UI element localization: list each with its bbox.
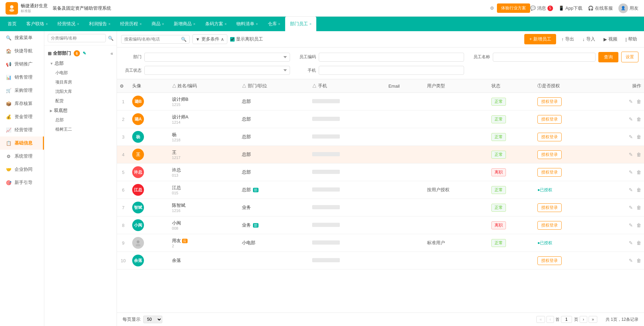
delete-btn[interactable]: 🗑 [636, 205, 641, 210]
nav-item-商品[interactable]: 商品 × [147, 17, 169, 31]
sidebar-item-经营管理[interactable]: 📈经营管理 [0, 123, 44, 136]
nav-close-icon[interactable]: × [309, 22, 311, 26]
nav-item-部门员工[interactable]: 部门员工 × [285, 17, 316, 31]
nav-close-icon[interactable]: × [278, 22, 280, 26]
auth-login-btn[interactable]: 授权登录 [537, 133, 562, 141]
add-employee-btn[interactable]: + 新增员工 [524, 34, 556, 44]
delete-btn[interactable]: 🗑 [636, 258, 641, 263]
export-btn[interactable]: ↑ 导出 [559, 35, 577, 44]
emp-status-select[interactable] [144, 66, 290, 75]
sidebar-item-采购管理[interactable]: 🛒采购管理 [0, 84, 44, 97]
delete-btn[interactable]: 🗑 [636, 169, 641, 175]
sidebar-item-库存核算[interactable]: 📦库存核算 [0, 97, 44, 110]
nav-close-icon[interactable]: × [162, 22, 164, 26]
page-input[interactable] [561, 316, 572, 323]
edit-btn[interactable]: ✎ [629, 258, 633, 263]
dept-search-input[interactable] [48, 34, 106, 42]
online-service-btn[interactable]: 🎧 在线客服 [588, 5, 613, 11]
phone-input[interactable] [319, 66, 464, 75]
all-dept-header[interactable]: ⊞ 全部部门 6 ✎ « [44, 48, 117, 59]
nav-close-icon[interactable]: × [225, 22, 227, 26]
nav-close-icon[interactable]: × [77, 22, 79, 26]
nav-close-icon[interactable]: × [108, 22, 110, 26]
edit-btn[interactable]: ✎ [629, 187, 633, 193]
auth-login-btn[interactable]: 授权登录 [537, 221, 562, 230]
search-input[interactable] [124, 37, 180, 42]
dept-group-title-zongbu[interactable]: ▼ 总部 [44, 59, 117, 68]
nav-item-首页[interactable]: 首页 [3, 17, 21, 31]
dept-leaf-peihuo[interactable]: 配货 [44, 96, 117, 106]
delete-btn[interactable]: 🗑 [636, 99, 641, 104]
show-resign-checkbox[interactable] [230, 37, 235, 42]
next-page-btn[interactable]: › [580, 316, 587, 323]
dept-leaf-zhishuwanger[interactable]: 植树王二 [44, 125, 117, 134]
sidebar-item-快捷导航[interactable]: 🏠快捷导航 [0, 44, 44, 58]
sidebar-item-企业协同[interactable]: 🤝企业协同 [0, 163, 44, 176]
col-phone[interactable]: △ 手机 [309, 79, 386, 93]
query-btn[interactable]: 查询 [598, 52, 618, 62]
page-size-select[interactable]: 50 10 20 100 [143, 316, 162, 323]
edit-btn[interactable]: ✎ [629, 205, 633, 210]
dept-group-title-shuangdixiang[interactable]: ▶ 双底想 [44, 106, 117, 115]
col-settings[interactable]: ⚙ [117, 79, 129, 93]
collapse-icon[interactable]: « [110, 51, 113, 56]
dept-select[interactable] [144, 53, 290, 62]
edit-btn[interactable]: ✎ [629, 240, 633, 246]
emp-name-input[interactable] [493, 53, 596, 62]
nav-item-经营情况[interactable]: 经营情况 × [53, 17, 84, 31]
delete-btn[interactable]: 🗑 [636, 222, 641, 228]
edit-btn[interactable]: ✎ [629, 116, 633, 122]
first-page-btn[interactable]: « [536, 316, 545, 323]
nav-close-icon[interactable]: × [193, 22, 195, 26]
nav-close-icon[interactable]: × [256, 22, 258, 26]
nav-item-新增商品[interactable]: 新增商品 × [169, 17, 200, 31]
search-icon[interactable]: 🔍 [181, 37, 187, 42]
prev-page-btn[interactable]: ‹ [546, 316, 554, 323]
sidebar-item-基础信息[interactable]: 📋基础信息 [0, 136, 44, 150]
user-area[interactable]: 👤 用友 [618, 3, 638, 13]
edit-dept-icon[interactable]: ✎ [83, 51, 86, 56]
col-dept[interactable]: △ 部门/职位 [239, 79, 309, 93]
edit-btn[interactable]: ✎ [629, 169, 633, 175]
delete-btn[interactable]: 🗑 [636, 187, 641, 193]
dept-search-icon[interactable]: 🔍 [108, 36, 114, 41]
sidebar-item-销售管理[interactable]: 📊销售管理 [0, 71, 44, 84]
dept-leaf-zongbu[interactable]: 总部 [44, 115, 117, 125]
gear-button[interactable]: ⚙ [490, 6, 494, 11]
sidebar-item-资金管理[interactable]: 💰资金管理 [0, 110, 44, 123]
auth-login-btn[interactable]: 授权登录 [537, 168, 562, 177]
edit-btn[interactable]: ✎ [629, 152, 633, 157]
auth-login-btn[interactable]: 授权登录 [537, 115, 562, 124]
reset-btn[interactable]: 设置 [621, 52, 638, 62]
import-btn[interactable]: ↓ 导入 [580, 35, 598, 44]
show-resign-check[interactable]: 显示离职员工 [230, 36, 263, 42]
sidebar-item-新手引导[interactable]: 🎯新手引导 [0, 176, 44, 189]
nav-item-仓库[interactable]: 仓库 × [263, 17, 285, 31]
emp-code-input[interactable] [319, 53, 464, 62]
nav-item-利润报告[interactable]: 利润报告 × [84, 17, 115, 31]
message-btn[interactable]: 💬 消息 5 [530, 5, 553, 11]
edit-btn[interactable]: ✎ [629, 134, 633, 140]
col-name[interactable]: △ 姓名/编码 [169, 79, 239, 93]
auth-login-btn[interactable]: 授权登录 [537, 256, 562, 265]
delete-btn[interactable]: 🗑 [636, 134, 641, 140]
app-download-btn[interactable]: 📱 App下载 [559, 5, 582, 11]
nav-item-物料清单[interactable]: 物料清单 × [232, 17, 263, 31]
nav-close-icon[interactable]: × [139, 22, 142, 26]
dept-leaf-shenyangdaku[interactable]: 沈阳大库 [44, 87, 117, 96]
nav-item-条码方案[interactable]: 条码方案 × [200, 17, 232, 31]
nav-item-客户联络[interactable]: 客户联络 × [21, 17, 53, 31]
auth-login-btn[interactable]: 授权登录 [537, 203, 562, 212]
auth-login-btn[interactable]: 授权登录 [537, 97, 562, 106]
sidebar-item-系统管理[interactable]: ⚙系统管理 [0, 150, 44, 163]
sidebar-item-营销推广[interactable]: 📢营销推广 [0, 58, 44, 71]
view-btn[interactable]: ▶ 视频 [601, 35, 620, 44]
edit-btn[interactable]: ✎ [629, 99, 633, 104]
auth-login-btn[interactable]: 授权登录 [537, 150, 562, 159]
delete-btn[interactable]: 🗑 [636, 116, 641, 122]
edit-btn[interactable]: ✎ [629, 222, 633, 228]
help-btn[interactable]: | 帮助 [623, 35, 640, 44]
nav-item-经营历程[interactable]: 经营历程 × [115, 17, 146, 31]
delete-btn[interactable]: 🗑 [636, 152, 641, 157]
dept-leaf-xiaodianbu[interactable]: 小电部 [44, 68, 117, 78]
